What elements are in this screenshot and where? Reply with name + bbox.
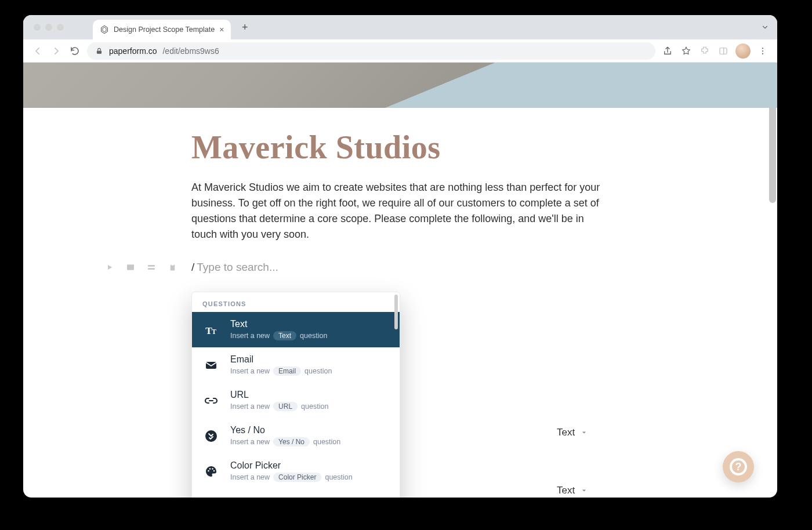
chevron-down-icon [581, 487, 588, 494]
field-type-label: Text [557, 427, 575, 438]
svg-point-18 [209, 468, 211, 470]
tab-title: Design Project Scope Template [114, 26, 215, 34]
close-tab-icon[interactable]: × [219, 25, 224, 34]
text-icon: TT [202, 322, 220, 337]
image-icon[interactable] [125, 262, 136, 273]
svg-rect-15 [206, 362, 216, 369]
slash-prefix: / [191, 261, 194, 274]
traffic-zoom[interactable] [57, 24, 64, 31]
bookmark-star-icon[interactable] [680, 45, 693, 57]
question-type-color-picker[interactable]: Color PickerInsert a newColor Pickerques… [192, 453, 400, 489]
question-type-yes-no[interactable]: Yes / NoInsert a newYes / Noquestion [192, 418, 400, 453]
question-type-number[interactable]: Number [192, 489, 400, 498]
svg-rect-10 [148, 268, 155, 270]
svg-point-6 [762, 50, 763, 51]
window-controls [34, 24, 64, 31]
tabs-menu-icon[interactable] [761, 23, 769, 31]
question-type-title: URL [230, 390, 328, 400]
svg-point-20 [213, 470, 215, 471]
question-type-url[interactable]: URLInsert a newURLquestion [192, 383, 400, 418]
profile-avatar[interactable] [735, 43, 751, 59]
question-type-subtitle: Insert a newColor Pickerquestion [230, 473, 353, 482]
share-icon[interactable] [661, 45, 674, 57]
svg-rect-2 [97, 50, 102, 53]
url-field[interactable]: paperform.co/edit/ebms9ws6 [87, 42, 655, 60]
reload-button[interactable] [68, 45, 81, 57]
question-type-title: Yes / No [230, 425, 340, 435]
forward-button[interactable] [50, 45, 63, 57]
svg-marker-0 [102, 26, 108, 33]
question-type-subtitle: Insert a newYes / Noquestion [230, 437, 340, 446]
svg-rect-3 [720, 48, 727, 54]
hero-image [23, 63, 777, 108]
slash-placeholder: Type to search... [197, 261, 278, 274]
mail-icon [202, 358, 220, 372]
dropdown-scrollbar[interactable] [394, 295, 398, 329]
svg-point-19 [212, 468, 213, 470]
field-type-select[interactable]: Text [557, 485, 588, 496]
traffic-close[interactable] [34, 24, 41, 31]
intro-paragraph[interactable]: At Maverick Studios we aim to create web… [191, 180, 609, 242]
url-host: paperform.co [109, 46, 157, 56]
page-viewport: Maverick Studios At Maverick Studios we … [23, 63, 777, 498]
browser-window: Design Project Scope Template × + paperf… [23, 15, 777, 498]
help-button[interactable]: ? [723, 451, 754, 482]
page-title[interactable]: Maverick Studios [191, 129, 609, 166]
svg-point-7 [762, 53, 763, 54]
question-type-title: Color Picker [230, 460, 353, 471]
question-type-subtitle: Insert a newURLquestion [230, 402, 328, 411]
tab-bar: Design Project Scope Template × + [23, 15, 777, 39]
favicon-icon [100, 25, 109, 34]
clipboard-icon[interactable] [167, 262, 177, 273]
play-icon[interactable] [104, 262, 115, 273]
field-type-label: Text [557, 485, 575, 496]
sidepanel-icon[interactable] [717, 45, 730, 57]
slash-input[interactable]: / Type to search... [191, 261, 278, 274]
question-type-email[interactable]: EmailInsert a newEmailquestion [192, 347, 400, 383]
svg-rect-9 [148, 265, 155, 267]
slash-dropdown: QUESTIONS TTTextInsert a newTextquestion… [191, 292, 400, 498]
svg-rect-8 [127, 264, 134, 270]
question-type-title: Email [230, 354, 332, 365]
svg-marker-1 [103, 27, 106, 32]
question-type-title: Text [230, 319, 327, 329]
svg-rect-12 [171, 264, 173, 266]
kebab-menu-icon[interactable] [756, 45, 769, 57]
yesno-icon [202, 429, 220, 443]
number-icon [202, 496, 220, 498]
back-button[interactable] [31, 45, 44, 57]
traffic-minimize[interactable] [45, 24, 52, 31]
question-icon: ? [730, 458, 747, 475]
url-path: /edit/ebms9ws6 [162, 46, 219, 56]
question-type-subtitle: Insert a newTextquestion [230, 331, 327, 340]
question-type-text[interactable]: TTTextInsert a newTextquestion [192, 312, 400, 347]
svg-rect-11 [170, 264, 175, 270]
extensions-icon[interactable] [698, 45, 711, 57]
block-toolbar [104, 262, 177, 273]
browser-tab[interactable]: Design Project Scope Template × [93, 20, 231, 39]
field-type-select[interactable]: Text [557, 427, 588, 438]
dropdown-section-label: QUESTIONS [192, 292, 400, 312]
address-bar: paperform.co/edit/ebms9ws6 [23, 39, 777, 63]
slash-command-row: / Type to search... [191, 261, 609, 274]
palette-icon [202, 464, 220, 478]
link-icon [202, 394, 220, 408]
svg-point-17 [208, 470, 209, 471]
chevron-down-icon [581, 429, 588, 436]
question-type-subtitle: Insert a newEmailquestion [230, 366, 332, 376]
svg-point-5 [762, 48, 763, 49]
lock-icon [95, 47, 103, 55]
svg-text:T: T [212, 327, 216, 335]
divider-icon[interactable] [146, 262, 157, 273]
new-tab-button[interactable]: + [237, 19, 253, 35]
